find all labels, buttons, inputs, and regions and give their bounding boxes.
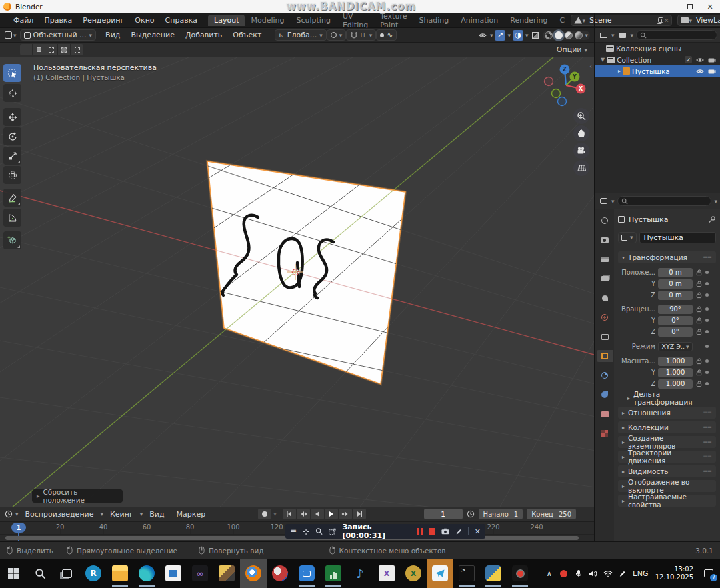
select-mode-invert-button[interactable] — [71, 44, 83, 55]
taskbar-edge[interactable] — [133, 559, 160, 588]
tab-collection[interactable] — [597, 331, 613, 343]
select-mode-extend-button[interactable] — [45, 44, 58, 55]
sidebar-collapse-arrow[interactable]: ‹ — [589, 63, 592, 70]
workspace-tab-sculpting[interactable]: Sculpting — [291, 15, 337, 26]
render-visibility-icon[interactable] — [708, 68, 716, 75]
menu-render[interactable]: Рендеринг — [77, 16, 129, 25]
scene-selector[interactable]: ▾ Scene ✕ — [571, 15, 672, 26]
panel-viewport-display[interactable]: ▸Отображение во вьюпорте — [618, 480, 716, 492]
workspace-tab-rendering[interactable]: Rendering — [504, 15, 553, 26]
mode-selector[interactable]: Объектный ... ▾ — [20, 29, 97, 41]
workspace-tab-layout[interactable]: Layout — [208, 15, 245, 26]
shading-material-icon[interactable] — [565, 31, 573, 39]
tab-view-layer[interactable] — [597, 273, 613, 285]
shading-rendered-icon[interactable] — [575, 31, 583, 39]
tool-annotate[interactable] — [3, 189, 21, 207]
tray-clock[interactable]: 13:02 12.10.2025 — [651, 565, 697, 582]
gizmo-axis-neg-x[interactable] — [545, 77, 553, 86]
hide-eye-icon[interactable] — [696, 57, 704, 63]
stop-button[interactable] — [429, 528, 435, 535]
taskbar-graphics-app[interactable] — [213, 559, 240, 588]
rotation-z-field[interactable]: 0° — [658, 327, 693, 337]
next-keyframe-button[interactable] — [339, 509, 352, 519]
panel-collections[interactable]: ▸Коллекции══ — [618, 421, 716, 433]
object-name-field[interactable]: Пустышка — [639, 232, 716, 243]
tool-scale[interactable] — [3, 147, 21, 165]
close-button[interactable]: ✕ — [700, 0, 720, 13]
tray-expand-icon[interactable]: ∧ — [542, 561, 557, 586]
taskbar-chart-app[interactable] — [320, 559, 347, 588]
tool-add-primitive[interactable] — [3, 231, 21, 249]
scale-y-field[interactable]: 1.000 — [658, 368, 693, 377]
location-x-field[interactable]: 0 m — [658, 268, 693, 277]
frame-start-field[interactable]: Начало1 — [479, 509, 523, 519]
tray-volume-icon[interactable] — [586, 561, 601, 586]
new-scene-icon[interactable] — [656, 17, 664, 25]
show-hide-icon[interactable] — [477, 30, 488, 41]
select-mode-new-button[interactable] — [33, 44, 45, 55]
taskbar-doc-app[interactable]: X — [373, 559, 400, 588]
menu-view[interactable]: Вид — [144, 510, 169, 519]
taskbar-app-1[interactable]: R — [80, 559, 107, 588]
outliner-row-collection[interactable]: ▼ Collection ✓ — [595, 54, 720, 65]
taskbar-cmd[interactable]: >_ — [453, 559, 480, 588]
ortho-toggle-button[interactable] — [573, 160, 589, 176]
lock-icon[interactable] — [695, 305, 703, 313]
outliner-row-scene-collection[interactable]: Коллекция сцены — [595, 43, 720, 54]
menu-select[interactable]: Выделение — [125, 31, 180, 39]
options-dropdown[interactable]: Опции ▾ — [557, 45, 587, 54]
menu-edit[interactable]: Правка — [39, 16, 77, 25]
restore-button[interactable] — [680, 0, 700, 13]
properties-search-input[interactable] — [617, 196, 712, 206]
tab-scene[interactable] — [597, 292, 613, 304]
taskbar-music-app[interactable]: ♪ — [347, 559, 373, 588]
tab-object[interactable] — [597, 350, 613, 362]
taskbar-store[interactable] — [160, 559, 187, 588]
animate-dot-icon[interactable] — [705, 271, 709, 274]
animate-dot-icon[interactable] — [705, 319, 709, 322]
menu-object[interactable]: Объект — [227, 31, 267, 39]
panel-custom-properties[interactable]: ▸Настраиваемые свойства — [618, 495, 716, 507]
timer-icon[interactable] — [467, 510, 475, 518]
tray-mic-icon[interactable] — [571, 561, 586, 586]
tab-output[interactable] — [597, 253, 613, 265]
recorder-region-icon[interactable] — [329, 528, 336, 535]
viewlayer-selector[interactable]: ▾ ViewLayer ✕ — [677, 15, 720, 26]
transform-orientation[interactable]: ⊾ Глоба... ▾ — [275, 29, 326, 41]
editor-type-button[interactable] — [3, 30, 13, 41]
recorder-crosshair-icon[interactable] — [303, 528, 309, 535]
menu-view[interactable]: Вид — [100, 31, 125, 39]
gizmo-axis-neg-z[interactable] — [558, 97, 567, 106]
menu-window[interactable]: Окно — [129, 16, 159, 25]
draw-pencil-icon[interactable] — [455, 528, 462, 535]
location-y-field[interactable]: 0 m — [658, 279, 693, 289]
expand-icon[interactable]: ▼ — [601, 57, 605, 63]
taskbar-telegram[interactable] — [427, 559, 453, 588]
taskbar-visual-studio[interactable]: ∞ — [187, 559, 213, 588]
xray-toggle-icon[interactable] — [530, 30, 541, 41]
lock-icon[interactable] — [695, 280, 703, 287]
taskbar-screen-app[interactable] — [293, 559, 320, 588]
panel-instancing[interactable]: ▸Создание экземпляров══ — [618, 436, 716, 448]
tab-world[interactable] — [597, 311, 613, 323]
current-frame-badge[interactable]: 1 — [11, 523, 26, 533]
show-gizmo-icon[interactable]: ↗ — [495, 30, 505, 41]
shading-solid-icon[interactable] — [555, 31, 563, 39]
shading-wireframe-icon[interactable] — [545, 31, 553, 39]
autokey-toggle-button[interactable] — [258, 509, 271, 519]
gizmo-axis-neg-y[interactable] — [552, 89, 561, 98]
tool-cursor[interactable] — [3, 84, 21, 102]
menu-playback[interactable]: Воспроизведение — [20, 510, 99, 519]
play-button[interactable] — [325, 509, 338, 519]
tab-tool[interactable] — [597, 215, 613, 227]
select-mode-tweak-button[interactable] — [20, 44, 33, 55]
workspace-tab-shading[interactable]: Shading — [413, 15, 455, 26]
tab-render[interactable] — [597, 234, 613, 246]
menu-add[interactable]: Добавить — [180, 31, 227, 39]
proportional-edit-controls[interactable]: ∿ — [376, 29, 397, 41]
operator-panel[interactable]: ▸ Сбросить положение — [32, 489, 123, 503]
pause-button[interactable] — [417, 528, 423, 535]
taskbar-excel-app[interactable]: X — [400, 559, 427, 588]
taskbar-blender[interactable] — [240, 559, 267, 588]
animate-dot-icon[interactable] — [705, 293, 709, 297]
